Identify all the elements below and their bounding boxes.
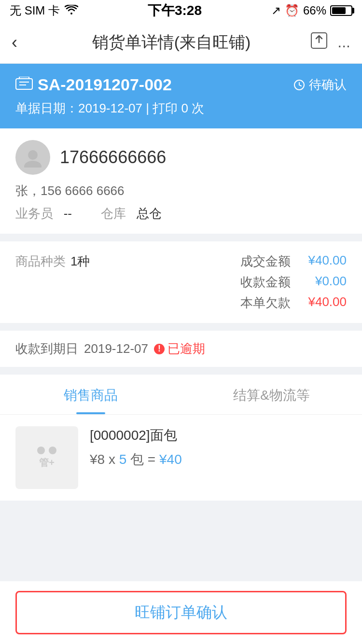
order-status: 待确认 xyxy=(293,76,347,93)
confirm-order-button[interactable]: 旺铺订单确认 xyxy=(15,591,347,634)
share-button[interactable] xyxy=(310,32,328,53)
location-icon: ↗ xyxy=(271,4,281,17)
due-date-label: 收款到期日 xyxy=(15,340,78,357)
product-item: 管+ [0000002]面包 ¥8 x 5 包 = ¥40 xyxy=(15,426,347,489)
customer-phone: 17666666666 xyxy=(60,147,166,168)
status-time: 下午3:28 xyxy=(148,1,202,20)
back-button[interactable]: ‹ xyxy=(12,32,41,53)
amounts: 成交金额 ¥40.00 收款金额 ¥0.00 本单欠款 ¥40.00 xyxy=(240,253,347,311)
status-left: 无 SIM 卡 xyxy=(10,3,78,18)
order-status-text: 待确认 xyxy=(309,76,347,93)
warehouse-label: 仓库 总仓 xyxy=(101,205,162,222)
customer-row: 17666666666 xyxy=(15,140,347,175)
unit-price: ¥8 xyxy=(90,452,105,467)
customer-name: 张，156 6666 6666 xyxy=(15,182,347,199)
overdue-text: 已逾期 xyxy=(167,340,205,357)
overdue-badge: ! 已逾期 xyxy=(154,340,205,357)
quantity: 5 xyxy=(119,452,127,467)
due-date-value: 2019-12-07 xyxy=(84,341,148,356)
tab-settlement[interactable]: 结算&物流等 xyxy=(181,375,362,414)
product-name: [0000002]面包 xyxy=(90,426,347,445)
summary-row: 商品种类 1种 成交金额 ¥40.00 收款金额 ¥0.00 本单欠款 ¥40.… xyxy=(15,253,347,311)
nav-actions: ... xyxy=(302,32,350,53)
svg-rect-1 xyxy=(16,79,32,89)
status-right: ↗ ⏰ 66% xyxy=(271,4,352,17)
order-id: SA-20191207-002 xyxy=(15,75,172,94)
product-type: 商品种类 1种 xyxy=(15,253,90,270)
product-info: [0000002]面包 ¥8 x 5 包 = ¥40 xyxy=(90,426,347,469)
back-icon: ‹ xyxy=(12,32,17,53)
page-title: 销货单详情(来自旺铺) xyxy=(41,31,302,54)
more-button[interactable]: ... xyxy=(337,33,350,51)
product-total: ¥40 xyxy=(159,452,182,467)
wifi-icon xyxy=(65,4,78,17)
salesperson-label: 业务员 -- xyxy=(15,205,72,222)
summary-card: 商品种类 1种 成交金额 ¥40.00 收款金额 ¥0.00 本单欠款 ¥40.… xyxy=(0,241,362,323)
overdue-dot-icon: ! xyxy=(154,344,165,354)
tab-sales-product[interactable]: 销售商品 xyxy=(0,375,181,414)
order-icon xyxy=(15,75,33,94)
product-thumbnail: 管+ xyxy=(15,426,78,489)
svg-point-5 xyxy=(28,150,38,160)
alarm-icon: ⏰ xyxy=(285,4,299,17)
bottom-button-container: 旺铺订单确认 xyxy=(0,581,362,644)
owed-amount: 本单欠款 ¥40.00 xyxy=(240,294,347,311)
confirm-button-label: 旺铺订单确认 xyxy=(135,602,227,623)
customer-meta: 业务员 -- 仓库 总仓 xyxy=(15,205,347,222)
battery-text: 66% xyxy=(303,4,326,17)
product-price: ¥8 x 5 包 = ¥40 xyxy=(90,450,347,469)
avatar xyxy=(15,140,50,175)
nav-bar: ‹ 销货单详情(来自旺铺) ... xyxy=(0,21,362,64)
salesperson-value: -- xyxy=(64,206,72,221)
order-date: 单据日期：2019-12-07 | 打印 0 次 xyxy=(15,100,347,117)
carrier-text: 无 SIM 卡 xyxy=(10,3,60,18)
order-header-top: SA-20191207-002 待确认 xyxy=(15,75,347,94)
due-date-card: 收款到期日 2019-12-07 ! 已逾期 xyxy=(0,331,362,367)
customer-card: 17666666666 张，156 6666 6666 业务员 -- 仓库 总仓 xyxy=(0,128,362,234)
battery-icon xyxy=(330,5,352,16)
order-header: SA-20191207-002 待确认 单据日期：2019-12-07 | 打印… xyxy=(0,64,362,128)
deal-amount: 成交金额 ¥40.00 xyxy=(240,253,347,270)
order-id-text: SA-20191207-002 xyxy=(38,75,172,94)
warehouse-value: 总仓 xyxy=(137,206,162,221)
tabs: 销售商品 结算&物流等 xyxy=(0,375,362,415)
product-list: 管+ [0000002]面包 ¥8 x 5 包 = ¥40 xyxy=(0,415,362,501)
received-amount: 收款金额 ¥0.00 xyxy=(240,274,347,291)
svg-point-6 xyxy=(24,161,42,168)
status-bar: 无 SIM 卡 下午3:28 ↗ ⏰ 66% xyxy=(0,0,362,21)
